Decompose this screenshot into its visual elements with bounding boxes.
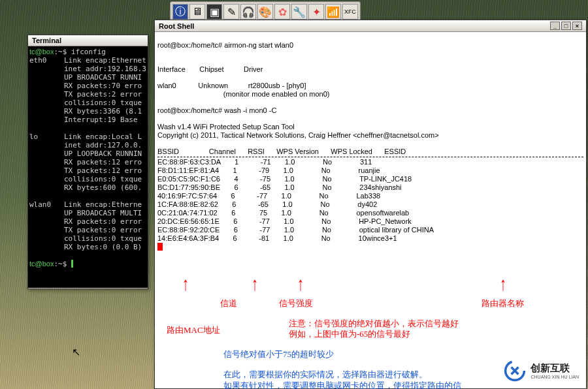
divider	[157, 157, 583, 157]
monitor-icon[interactable]: 🖥	[189, 4, 205, 20]
wash-table-rows: EC:88:8F:63:C3:DA 1 -71 1.0 No 311 F8:D1…	[157, 158, 434, 242]
rootshell-body[interactable]: root@box:/home/tc# airmon-ng start wlan0…	[155, 32, 586, 388]
mouse-cursor: ↖	[72, 346, 80, 358]
wrench-icon[interactable]: 🔧	[291, 4, 307, 20]
blue-note-2: 在此，需要根据你的实际情况，选择路由器进行破解。	[223, 369, 427, 380]
note-signal-2: 例如，上图中值为-65的信号最好	[289, 328, 410, 340]
rootshell-window: Root Shell _ □ × root@box:/home/tc# airm…	[154, 20, 587, 389]
maximize-button[interactable]: □	[561, 22, 571, 30]
arrow-channel: ↑	[252, 273, 258, 296]
terminal-title: Terminal	[32, 37, 61, 44]
rootshell-titlebar[interactable]: Root Shell _ □ ×	[155, 20, 586, 32]
cursor	[157, 243, 163, 251]
close-button[interactable]: ×	[572, 22, 582, 30]
arrow-mac: ↑	[182, 273, 189, 296]
paint-icon[interactable]: 🎨	[257, 4, 273, 20]
blue-note-1: 信号绝对值小于75的超时较少	[223, 349, 334, 360]
pen-icon[interactable]: ✎	[223, 4, 239, 20]
label-rssi: 信号强度	[279, 298, 313, 309]
logo-brand: 创新互联	[531, 362, 579, 375]
cmd-wash: root@box:/home/tc# wash -i mon0 -C	[157, 106, 276, 114]
airmon-header: Interface Chipset Driver	[157, 65, 263, 73]
label-mac: 路由MAC地址	[167, 324, 220, 336]
minimize-button[interactable]: _	[550, 22, 560, 30]
logo-sub: CHUANG XIN HU LIAN	[531, 375, 579, 379]
watermark-logo: 创新互联 CHUANG XIN HU LIAN	[498, 356, 584, 385]
terminal-icon[interactable]: ▣	[206, 4, 222, 20]
terminal-titlebar[interactable]: Terminal	[28, 35, 148, 46]
airmon-wlan-line: wlan0 Unknown rt2800usb - [phy0]	[157, 82, 306, 89]
flower-icon[interactable]: ✿	[274, 4, 290, 20]
rootshell-title: Root Shell	[159, 22, 194, 30]
arrow-rssi: ↑	[297, 273, 304, 296]
label-essid: 路由器名称	[482, 298, 524, 309]
wifi-icon[interactable]: 📶	[325, 4, 341, 20]
terminal-body[interactable]: tc@box:~$ ifconfig eth0 Link encap:Ether…	[28, 46, 148, 288]
star-icon[interactable]: ✦	[308, 4, 324, 20]
terminal-window: Terminal tc@box:~$ ifconfig eth0 Link en…	[27, 35, 148, 289]
airmon-mon-line: (monitor mode enabled on mon0)	[157, 90, 330, 98]
blue-note-3: 如果有针对性，需要调整电脑或网卡的位置，使得指定路由的信	[223, 380, 461, 389]
wash-version: Wash v1.4 WiFi Protected Setup Scan Tool	[157, 123, 295, 131]
cmd-airmon: root@box:/home/tc# airmon-ng start wlan0	[157, 41, 293, 49]
headphones-icon[interactable]: 🎧	[240, 4, 256, 20]
label-channel: 信道	[220, 298, 237, 309]
xfc-icon[interactable]: XFC	[342, 4, 358, 20]
arrow-essid: ↑	[500, 273, 506, 296]
wash-table-header: BSSID Channel RSSI WPS Version WPS Locke…	[157, 148, 406, 155]
info-icon[interactable]: ⓘ	[172, 4, 188, 20]
wash-copyright: Copyright (c) 2011, Tactical Network Sol…	[157, 131, 439, 139]
